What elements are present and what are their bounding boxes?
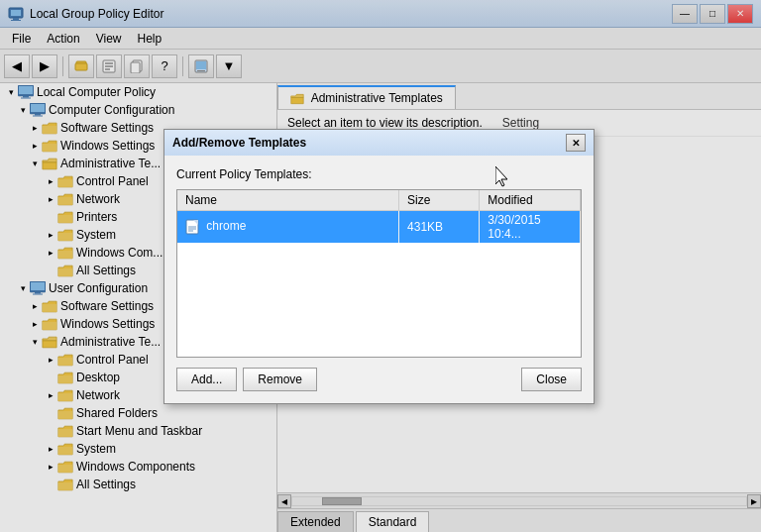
- table-row[interactable]: chrome 431KB 3/30/2015 10:4...: [177, 211, 581, 244]
- modal-close-button[interactable]: ✕: [566, 134, 586, 152]
- row-modified: 3/30/2015 10:4...: [480, 211, 581, 244]
- modal-titlebar: Add/Remove Templates ✕: [164, 130, 594, 156]
- modal-overlay: Add/Remove Templates ✕ Current Policy Te…: [0, 0, 761, 532]
- remove-button[interactable]: Remove: [243, 368, 317, 391]
- add-button[interactable]: Add...: [176, 368, 237, 391]
- modal-body: Current Policy Templates: Name Size Modi…: [164, 156, 594, 403]
- col-name: Name: [177, 190, 399, 211]
- col-size: Size: [399, 190, 480, 211]
- dialog-close-button[interactable]: Close: [521, 368, 582, 391]
- row-name: chrome: [177, 211, 399, 244]
- templates-table-container: Name Size Modified: [176, 189, 582, 358]
- templates-table: Name Size Modified: [177, 190, 581, 243]
- row-size: 431KB: [399, 211, 480, 244]
- col-modified: Modified: [480, 190, 581, 211]
- modal-buttons: Add... Remove Close: [176, 368, 582, 391]
- current-templates-label: Current Policy Templates:: [176, 167, 582, 181]
- modal-title: Add/Remove Templates: [172, 136, 566, 150]
- row-name-text: chrome: [206, 219, 246, 233]
- file-icon: [185, 219, 199, 235]
- add-remove-templates-dialog: Add/Remove Templates ✕ Current Policy Te…: [163, 129, 595, 404]
